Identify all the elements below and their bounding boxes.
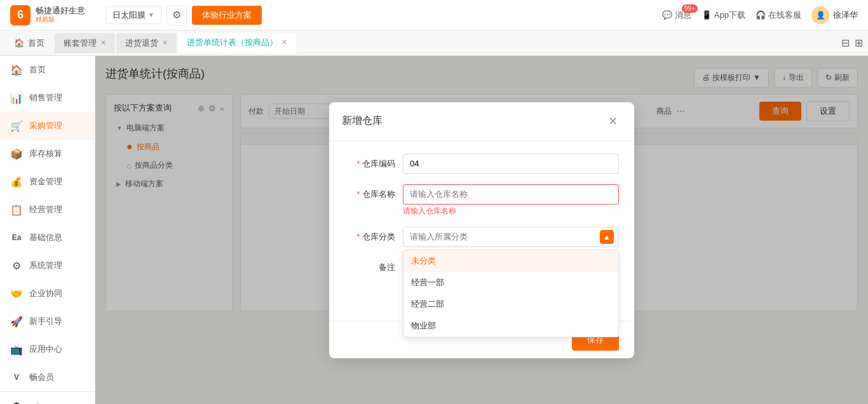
tab-account-label: 账套管理: [64, 37, 97, 49]
tab-purchase-stats-close[interactable]: ✕: [281, 38, 287, 46]
sidebar-item-operations[interactable]: 📋 经营管理: [0, 196, 95, 224]
dropdown-option-3[interactable]: 物业部: [403, 315, 618, 337]
settings-bottom-icon[interactable]: ⚙: [10, 400, 23, 404]
newbie-icon: 🚀: [10, 315, 23, 328]
dialog-header: 新增仓库 ✕: [329, 102, 634, 141]
sidebar-app-center-label: 应用中心: [29, 344, 62, 355]
sidebar-item-home[interactable]: 🏠 首页: [0, 56, 95, 84]
dropdown-option-2[interactable]: 经营二部: [403, 293, 618, 315]
sidebar-home-label: 首页: [29, 64, 46, 76]
avatar: 👤: [811, 6, 829, 24]
tab-purchase-stats-label: 进货单统计表（按商品）: [187, 37, 278, 48]
sidebar-item-inventory[interactable]: 📦 库存核算: [0, 140, 95, 168]
dropdown-arrow-icon[interactable]: ▲: [600, 230, 614, 244]
user-menu-button[interactable]: 👤 徐泽华: [811, 6, 858, 24]
system-icon: ⚙: [10, 259, 23, 272]
tab-expand-button[interactable]: ⊞: [855, 37, 863, 49]
tab-purchase-return[interactable]: 进货退货 ✕: [116, 33, 177, 53]
dropdown-option-0[interactable]: 未分类: [403, 250, 618, 272]
sidebar-collapse-button[interactable]: ◀: [28, 400, 41, 404]
sidebar-item-vip[interactable]: V 畅会员: [0, 363, 95, 391]
warehouse-name-error: 请输入仓库名称: [403, 206, 619, 217]
warehouse-name-control: 请输入仓库名称: [403, 184, 619, 217]
sidebar-item-enterprise[interactable]: 🤝 企业协同: [0, 279, 95, 307]
sidebar-item-basic-info[interactable]: Ea 基础信息: [0, 224, 95, 252]
warehouse-type-dropdown: 未分类 经营一部 经营二部 物业部: [403, 250, 619, 337]
sidebar-operations-label: 经营管理: [29, 204, 62, 215]
sidebar-item-app-center[interactable]: 📺 应用中心: [0, 335, 95, 363]
tab-bar: 🏠 首页 账套管理 ✕ 进货退货 ✕ 进货单统计表（按商品） ✕ ⊟ ⊞: [0, 30, 868, 56]
warehouse-code-input[interactable]: [403, 154, 619, 174]
sidebar-item-purchase[interactable]: 🛒 采购管理: [0, 112, 95, 140]
service-label: 在线客服: [768, 10, 801, 21]
app-download-icon: 📱: [702, 10, 712, 20]
message-badge: 99+: [682, 4, 698, 13]
app-center-icon: 📺: [10, 343, 23, 356]
tab-home[interactable]: 🏠 首页: [5, 33, 53, 53]
form-row-type: 仓库分类 ▲ 未分类 经营一部 经营二部 物业部: [344, 227, 619, 247]
tab-account[interactable]: 账套管理 ✕: [55, 33, 115, 53]
app-logo-icon: 6: [10, 5, 31, 25]
app-download-button[interactable]: 📱 App下载: [702, 10, 745, 21]
main-layout: 🏠 首页 📊 销售管理 🛒 采购管理 📦 库存核算 💰 资金管理 📋 经营管理 …: [0, 56, 868, 404]
warehouse-type-input[interactable]: [403, 227, 619, 247]
enterprise-icon: 🤝: [10, 287, 23, 300]
app-name: 畅捷通好生意: [36, 6, 85, 16]
dialog-close-button[interactable]: ✕: [604, 112, 621, 130]
sidebar-item-sales[interactable]: 📊 销售管理: [0, 84, 95, 112]
tab-account-close[interactable]: ✕: [100, 39, 106, 47]
trial-button[interactable]: 体验行业方案: [192, 6, 262, 25]
tab-minimize-button[interactable]: ⊟: [841, 37, 850, 49]
tab-purchase-return-label: 进货退货: [125, 37, 158, 49]
vip-icon: V: [10, 371, 23, 384]
dialog-title: 新增仓库: [342, 114, 383, 128]
sidebar-newbie-label: 新手引导: [29, 316, 62, 327]
warehouse-type-label: 仓库分类: [344, 227, 395, 247]
tab-right-buttons: ⊟ ⊞: [841, 37, 863, 49]
sidebar-item-newbie[interactable]: 🚀 新手引导: [0, 307, 95, 335]
warehouse-code-label: 仓库编码: [344, 154, 395, 174]
sidebar: 🏠 首页 📊 销售管理 🛒 采购管理 📦 库存核算 💰 资金管理 📋 经营管理 …: [0, 56, 95, 404]
sidebar-inventory-label: 库存核算: [29, 148, 62, 159]
sidebar-enterprise-label: 企业协同: [29, 288, 62, 299]
gear-icon: ⚙: [172, 9, 181, 21]
sidebar-basic-info-label: 基础信息: [29, 232, 62, 243]
dropdown-option-1[interactable]: 经营一部: [403, 272, 618, 293]
header-center: 日太阳膜 ▼ ⚙ 体验行业方案: [105, 5, 662, 25]
add-warehouse-dialog: 新增仓库 ✕ 仓库编码 仓库名称: [329, 102, 634, 358]
header-right: 💬 消息 99+ 📱 App下载 🎧 在线客服 👤 徐泽华: [662, 6, 858, 24]
store-selector[interactable]: 日太阳膜 ▼: [105, 6, 161, 24]
tab-purchase-stats[interactable]: 进货单统计表（按商品） ✕: [178, 33, 296, 53]
remark-label: 备注: [344, 257, 395, 278]
store-name: 日太阳膜: [112, 10, 146, 21]
home-icon: 🏠: [14, 38, 24, 48]
sidebar-system-label: 系统管理: [29, 260, 62, 271]
sidebar-bottom: ⚙ ◀: [0, 391, 95, 404]
headset-icon: 🎧: [756, 10, 766, 20]
content-area: 进货单统计(按商品) 🖨 按模板打印 ▼ ↓ 导出 ↻ 刷新: [95, 56, 868, 404]
warehouse-name-label: 仓库名称: [344, 184, 395, 205]
message-button[interactable]: 💬 消息 99+: [662, 10, 691, 21]
warehouse-name-input[interactable]: [403, 184, 619, 205]
app-badge: 精易版: [36, 15, 85, 24]
purchase-icon: 🛒: [10, 119, 23, 132]
sidebar-item-system[interactable]: ⚙ 系统管理: [0, 252, 95, 279]
user-name: 徐泽华: [833, 10, 858, 21]
inventory-icon: 📦: [10, 147, 23, 160]
store-dropdown-arrow: ▼: [148, 11, 154, 18]
app-download-label: App下载: [714, 10, 745, 21]
sidebar-vip-label: 畅会员: [29, 372, 54, 383]
home-nav-icon: 🏠: [10, 64, 23, 76]
sidebar-item-finance[interactable]: 💰 资金管理: [0, 168, 95, 196]
dialog-body: 仓库编码 仓库名称 请输入仓库名称: [329, 141, 634, 321]
sales-icon: 📊: [10, 91, 23, 104]
tab-purchase-return-close[interactable]: ✕: [162, 39, 168, 47]
settings-button[interactable]: ⚙: [166, 5, 187, 25]
basic-info-icon: Ea: [10, 231, 23, 244]
form-row-code: 仓库编码: [344, 154, 619, 174]
warehouse-code-control: [403, 154, 619, 174]
operations-icon: 📋: [10, 203, 23, 216]
finance-icon: 💰: [10, 175, 23, 188]
modal-overlay: 新增仓库 ✕ 仓库编码 仓库名称: [95, 56, 868, 404]
online-service-button[interactable]: 🎧 在线客服: [756, 10, 801, 21]
